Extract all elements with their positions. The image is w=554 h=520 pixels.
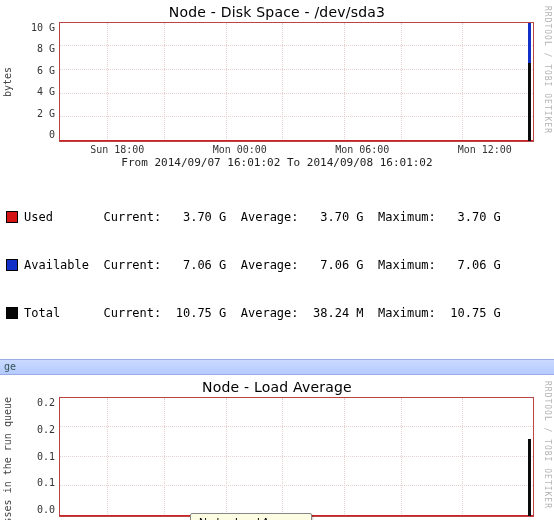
y-axis-arrow-icon	[59, 22, 64, 23]
ytick: 0.1	[15, 451, 55, 462]
ytick: 2 G	[15, 108, 55, 119]
load-average-plot	[59, 397, 534, 517]
x-axis-arrow-icon	[533, 137, 534, 142]
y-axis-arrow-icon	[59, 397, 64, 398]
time-range-disk: From 2014/09/07 16:01:02 To 2014/09/08 1…	[0, 155, 554, 169]
x-ticks-disk: Sun 18:00 Mon 00:00 Mon 06:00 Mon 12:00	[56, 142, 546, 155]
legend-text: Available Current: 7.06 G Average: 7.06 …	[24, 257, 501, 273]
hover-tooltip: Node - Load Average	[190, 513, 312, 520]
ytick: 0.2	[15, 424, 55, 435]
ytick: 8 G	[15, 43, 55, 54]
baseline	[60, 140, 533, 141]
legend-text: Used Current: 3.70 G Average: 3.70 G Max…	[24, 209, 501, 225]
ytick: 4 G	[15, 86, 55, 97]
xtick: Mon 12:00	[458, 144, 512, 155]
disk-space-panel: Node - Disk Space - /dev/sda3 RRDTOOL / …	[0, 0, 554, 359]
load-average-panel: Node - Load Average RRDTOOL / TOBI OETIK…	[0, 375, 554, 520]
section-bar[interactable]: ge	[0, 359, 554, 375]
legend-row-available: Available Current: 7.06 G Average: 7.06 …	[6, 257, 552, 273]
load-bar	[528, 439, 531, 516]
xtick: Mon 00:00	[213, 144, 267, 155]
y-ticks-disk: 10 G 8 G 6 G 4 G 2 G 0	[15, 22, 59, 140]
ytick: 0.2	[15, 397, 55, 408]
xtick: Sun 18:00	[90, 144, 144, 155]
y-axis-label-disk: bytes	[0, 22, 15, 142]
chart-title-disk: Node - Disk Space - /dev/sda3	[0, 0, 554, 22]
swatch-total	[6, 307, 18, 319]
ytick: 0.1	[15, 477, 55, 488]
swatch-available	[6, 259, 18, 271]
ytick: 0.0	[15, 504, 55, 515]
ytick: 0	[15, 129, 55, 140]
y-axis-label-load: processes in the run queue	[0, 397, 15, 520]
legend-text: Total Current: 10.75 G Average: 38.24 M …	[24, 305, 501, 321]
ytick: 10 G	[15, 22, 55, 33]
disk-space-plot	[59, 22, 534, 142]
chart-title-load: Node - Load Average	[0, 375, 554, 397]
legend-row-total: Total Current: 10.75 G Average: 38.24 M …	[6, 305, 552, 321]
x-axis-arrow-icon	[533, 512, 534, 517]
legend-row-used: Used Current: 3.70 G Average: 3.70 G Max…	[6, 209, 552, 225]
xtick: Mon 06:00	[335, 144, 389, 155]
y-ticks-load: 0.2 0.2 0.1 0.1 0.0	[15, 397, 59, 515]
available-bar	[528, 23, 531, 63]
ytick: 6 G	[15, 65, 55, 76]
legend-disk: Used Current: 3.70 G Average: 3.70 G Max…	[0, 169, 554, 355]
swatch-used	[6, 211, 18, 223]
